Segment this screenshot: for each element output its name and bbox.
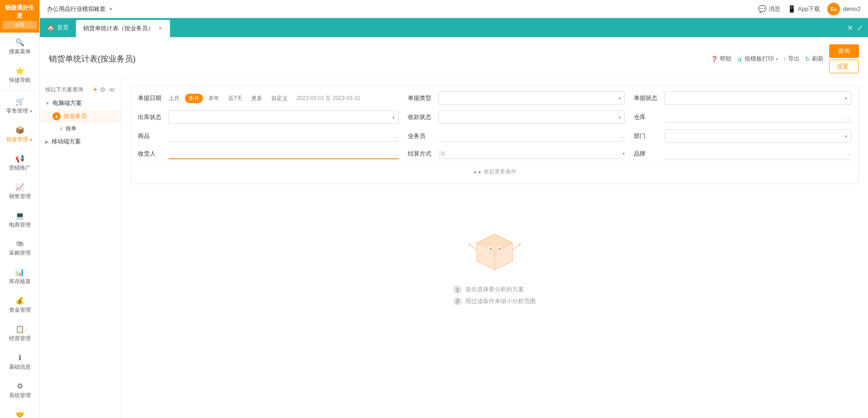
filter-row-3: 商品 … 业务员 … [138,129,851,143]
sidebar-item-wholesale[interactable]: 📦 批发管理 ▲ [0,120,39,149]
department-label: 部门 [634,132,661,140]
tree-mobile-schemes[interactable]: ▶ 移动端方案 [40,135,121,148]
export-button[interactable]: ↑ 导出 [783,55,800,63]
goods-input[interactable]: … [169,131,399,142]
tree-arrow-pc: ▼ [45,101,50,106]
salesperson-more-icon[interactable]: … [619,133,625,139]
sidebar-item-marketing[interactable]: 📢 营销推广 [0,149,39,177]
settlement-tag-close-icon[interactable]: × [442,151,444,156]
tab-home[interactable]: 🏠 首页 [40,18,76,37]
department-select[interactable]: ▾ [665,129,851,143]
phone-icon: 📱 [788,5,796,13]
docstatus-dropdown-icon: ▾ [845,96,847,101]
settings-button[interactable]: 设置 [829,60,859,73]
left-panel-icons: + ⚙ ≪ [93,86,115,94]
order-icon: ≡ [60,126,63,132]
filter-date: 单据日期 上月 本月 本年 近7天 更多 自定义 20 [138,94,399,103]
doctype-select[interactable]: ▾ [439,91,625,105]
top-header-left: 办公用品行业模拟账套 ▾ [47,5,112,13]
sidebar-item-retail[interactable]: 🛒 零售管理 ▲ [0,92,39,120]
ecom-icon: 💻 [15,211,24,220]
date-tab-thisyear[interactable]: 本年 [205,94,223,103]
app-download-label: App下载 [798,5,820,13]
system-icon: ⚙ [17,382,23,390]
outstatus-select[interactable]: ▾ [169,110,399,124]
warehouse-input[interactable]: … [665,112,851,123]
tab-report[interactable]: 销货单统计表（按业务员） ✕ [76,20,170,37]
sidebar-item-quick[interactable]: ⭐ 快捷导航 [0,61,39,90]
top-header: 办公用品行业模拟账套 ▾ 💬 消息 📱 App下载 Ea demo2 [40,0,868,18]
avatar-text: Ea [831,6,837,12]
consignee-more-icon[interactable]: … [393,150,399,157]
refresh-button[interactable]: ↻ 刷新 [805,55,824,63]
tree-item-order[interactable]: ≡ 按单 [40,123,121,135]
sidebar-item-retail-label: 零售管理 ▲ [6,107,33,115]
tip1-num: 1 [453,285,462,294]
left-panel-header: 按以下方案查询 + ⚙ ≪ [40,83,121,96]
date-tab-thismonth[interactable]: 本月 [185,94,203,103]
warehouse-more-icon[interactable]: … [846,114,851,120]
selected-badge: ● [52,112,61,120]
message-label: 消息 [769,5,780,13]
brand-more-icon[interactable]: … [846,151,851,157]
goods-more-icon[interactable]: … [393,133,399,139]
receiptstatus-dropdown-icon: ▾ [618,115,621,120]
docstatus-select[interactable]: ▾ [665,91,851,105]
salesperson-input[interactable]: … [439,131,625,142]
add-scheme-icon[interactable]: + [93,86,97,94]
close-tab-icon[interactable]: ✕ [847,24,853,32]
sidebar-item-inventory[interactable]: 📊 库存核算 [0,262,39,291]
right-panel: 单据日期 上月 本月 本年 近7天 更多 自定义 20 [121,78,868,418]
sidebar-item-purchase[interactable]: 🛍 采购管理 [0,234,39,262]
collapse-panel-icon[interactable]: ≪ [108,86,115,93]
brand-label: 品牌 [634,150,661,158]
sidebar-logo[interactable]: 畅捷通好生意 标版 [0,0,39,33]
sidebar-item-operation[interactable]: 📋 经营管理 [0,319,39,348]
tree-pc-schemes[interactable]: ▼ 电脑端方案 [40,96,121,110]
sidebar-item-basic[interactable]: ℹ 基础信息 [0,348,39,376]
print-button[interactable]: 🖨 按模板打印 ▾ [737,55,778,63]
user-menu[interactable]: Ea demo2 [827,3,861,15]
consignee-input[interactable]: … [169,148,399,159]
brand-input[interactable]: … [665,149,851,159]
purchase-icon: 🛍 [16,240,24,248]
search-icon: 🔍 [15,38,24,47]
sidebar-item-operation-label: 经营管理 [9,335,31,342]
tree-mobile-label: 移动端方案 [52,138,81,146]
tree-item-salesperson[interactable]: ● 按业务员 [40,110,121,123]
filter-brand: 品牌 … [634,149,851,159]
sidebar-item-search[interactable]: 🔍 搜索菜单 [0,33,39,61]
app-download-action[interactable]: 📱 App下载 [788,5,820,13]
sidebar-item-sales[interactable]: 📈 销售管理 [0,177,39,206]
top-header-title: 办公用品行业模拟账套 [47,5,106,13]
sidebar-logo-text: 畅捷通好生意 标版 [3,4,37,29]
settlement-control[interactable]: × ▾ [439,149,625,159]
dropdown-arrow-icon[interactable]: ▾ [109,6,112,12]
content-body: 按以下方案查询 + ⚙ ≪ ▼ 电脑端方案 ● 按业务员 [40,78,868,418]
sidebar-item-finance[interactable]: 💰 资金管理 [0,291,39,319]
receiptstatus-label: 收款状态 [408,113,435,121]
query-button[interactable]: 查询 [829,44,859,58]
settings-scheme-icon[interactable]: ⚙ [100,86,106,93]
date-tab-more[interactable]: 更多 [248,94,266,103]
tab-close-icon[interactable]: ✕ [158,25,163,32]
date-tab-custom[interactable]: 自定义 [268,94,291,103]
sidebar-item-system[interactable]: ⚙ 系统管理 [0,376,39,405]
message-action[interactable]: 💬 消息 [758,5,780,13]
tip1-text: 请先选择要分析的方案 [465,284,524,295]
sidebar-item-basic-label: 基础信息 [9,363,31,371]
message-icon: 💬 [758,5,767,13]
expand-tab-icon[interactable]: ⤢ [857,24,863,32]
receiptstatus-select[interactable]: ▾ [439,110,625,124]
sidebar-item-ecom[interactable]: 💻 电商管理 [0,206,39,234]
sidebar-item-quick-label: 快捷导航 [9,76,31,84]
help-button[interactable]: ❓ 帮助 [711,55,731,63]
sidebar-item-ecom-label: 电商管理 [9,221,31,229]
tab-bar-actions: ✕ ⤢ [847,24,868,32]
empty-state: 1 请先选择要分析的方案 2 用过滤条件来缩小分析范围 [130,184,859,343]
collapse-button[interactable]: ▲▲ 收起更多条件 [138,165,851,178]
sidebar-item-enterprise[interactable]: 🤝 企业协同 [0,405,39,418]
date-tab-lastmonth[interactable]: 上月 [165,94,183,103]
filter-row-1: 单据日期 上月 本月 本年 近7天 更多 自定义 20 [138,91,851,105]
date-tab-last7[interactable]: 近7天 [225,94,246,103]
